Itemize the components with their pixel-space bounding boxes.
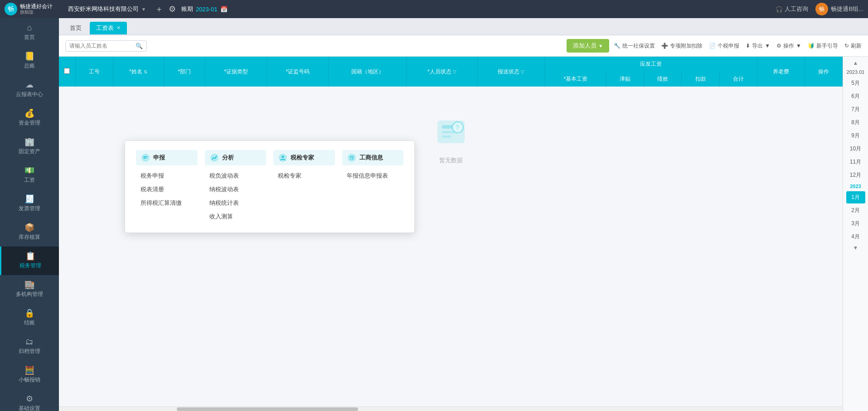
horizontal-scrollbar[interactable] [59,406,843,411]
calendar-year-2023: 2023 [850,182,861,191]
dm-income-calc[interactable]: 收入测算 [205,210,267,223]
add-person-arrow-icon: ▼ [598,44,603,48]
avatar: 畅 [815,3,828,15]
fund-icon: 💰 [24,109,34,117]
app-subtitle: 旗舰版 [20,10,53,15]
refresh-btn[interactable]: ↻ 刷新 [844,42,862,50]
tab-home[interactable]: 首页 [63,22,88,34]
home-icon: ⌂ [27,24,32,32]
sidebar-item-cloud-report[interactable]: ☁ 云报表中心 [0,75,59,104]
scrollbar-thumb[interactable] [177,407,358,411]
dm-section-declaration: 申报 税务申报 税表清册 所得税汇算清缴 [132,150,201,223]
search-input[interactable] [69,43,133,49]
tax-report-btn[interactable]: 📄 个税申报 [709,42,739,50]
cal-month-7[interactable]: 7月 [846,103,865,116]
dm-tax-report[interactable]: 税务申报 [136,169,198,183]
export-btn[interactable]: ⬇ 导出 ▼ [746,42,770,50]
dm-tax-list[interactable]: 税表清册 [136,183,198,196]
cal-month-3[interactable]: 3月 [846,218,865,230]
analysis-icon [209,153,219,163]
search-input-wrap[interactable]: 🔍 [65,40,147,52]
sidebar-item-archive[interactable]: 🗂 归档管理 [0,332,59,361]
operations-btn[interactable]: ⚙ 操作 ▼ [776,42,801,50]
th-person-status[interactable]: *人员状态 ▽ [407,57,478,87]
dm-section-biz-info: 工商信息 年报信息申报表 [339,150,407,223]
cal-month-4[interactable]: 4月 [846,231,865,243]
sidebar-item-tax[interactable]: 📋 税务管理 [0,247,59,275]
sidebar-item-ledger[interactable]: 📒 总账 [0,47,59,75]
cal-month-5[interactable]: 5月 [846,77,865,89]
sidebar-item-label: 资金管理 [19,119,40,127]
tax-expert-title: 税检专家 [291,154,314,162]
tax-icon: 📋 [25,252,35,260]
dm-income-tax-clear[interactable]: 所得税汇算清缴 [136,196,198,210]
dm-annual-report[interactable]: 年报信息申报表 [342,169,404,183]
sidebar-item-inventory[interactable]: 📦 库存核算 [0,218,59,247]
settings-icon[interactable]: ⚙ [169,4,176,14]
guide-icon: 🔰 [808,43,815,49]
sidebar-item-label: 小畅报销 [19,376,40,384]
dm-tax-payment[interactable]: 纳税波动表 [205,183,267,196]
table-wrap[interactable]: 工号 *姓名 ⇅ *部门 *证据类型 *证监号码 [59,57,843,406]
cal-month-11[interactable]: 11月 [846,156,865,168]
calendar-icon[interactable]: 📅 [220,6,228,13]
sidebar-item-home[interactable]: ⌂ 首页 [0,18,59,47]
cal-month-8[interactable]: 8月 [846,116,865,129]
special-deduction-btn[interactable]: ➕ 专项附加扣除 [661,42,703,50]
sidebar-item-label: 首页 [24,34,35,41]
cal-month-2[interactable]: 2月 [846,204,865,217]
logo-text: 畅捷通好会计 旗舰版 [20,3,53,15]
th-name[interactable]: *姓名 ⇅ [113,57,164,87]
add-icon[interactable]: ＋ [155,4,163,15]
calendar-nav-down[interactable]: ▼ [851,243,860,252]
tab-bar: 首页 工资表 ✕ [59,18,868,35]
archive-icon: 🗂 [25,338,34,346]
th-deduction: 扣款 [682,72,719,87]
th-cert-type: *证据类型 [205,57,267,87]
company-selector[interactable]: 西安虾米网络科技有限公司 ▼ [68,5,146,13]
dm-section-declaration-title: 申报 [136,150,198,165]
ops-arrow-icon: ▼ [796,43,801,49]
dm-section-tax-expert: 税检专家 税检专家 [270,150,339,223]
select-all-checkbox[interactable] [64,68,70,74]
dm-section-analysis: 分析 税负波动表 纳税波动表 纳税统计表 收入测算 [201,150,270,223]
sidebar-item-label: 工资 [24,176,35,184]
sidebar-item-invoice[interactable]: 🧾 发票管理 [0,189,59,218]
empty-text: 暂无数据 [439,156,463,164]
sidebar-item-basic[interactable]: ⚙ 基础设置 [0,389,59,411]
th-report-status[interactable]: 报送状态 ▽ [477,57,544,87]
sidebar-item-label: 云报表中心 [16,91,43,98]
add-person-button[interactable]: 添加人员 ▼ [567,39,609,53]
expense-icon: 🧮 [24,366,34,374]
refresh-icon: ↻ [844,43,849,49]
th-country: 国籍（地区） [329,57,407,87]
dm-expert[interactable]: 税检专家 [273,169,335,183]
calendar-nav-up[interactable]: ▲ [851,58,860,68]
sidebar-item-payroll[interactable]: 💵 工资 [0,161,59,189]
th-checkbox[interactable] [59,57,75,87]
tab-payroll[interactable]: 工资表 ✕ [90,22,127,34]
cal-month-1[interactable]: 1月 [846,191,865,203]
sidebar-item-assets[interactable]: 🏢 固定资产 [0,132,59,161]
sidebar-item-xiao-chang[interactable]: 🧮 小畅报销 [0,361,59,389]
logo-icon: 畅 [5,3,17,15]
cal-month-10[interactable]: 10月 [846,143,865,155]
special-deduction-icon: ➕ [661,43,668,49]
cal-month-12[interactable]: 12月 [846,169,865,181]
dm-tax-burden[interactable]: 税负波动表 [205,169,267,183]
tab-close-icon[interactable]: ✕ [116,25,121,31]
user-area[interactable]: 畅 畅捷通B组... [815,3,863,15]
social-insurance-btn[interactable]: 🔧 统一社保设置 [614,42,655,50]
cal-month-9[interactable]: 9月 [846,130,865,142]
dm-tax-stats[interactable]: 纳税统计表 [205,196,267,210]
sidebar-item-close[interactable]: 🔒 结账 [0,304,59,332]
support-btn[interactable]: 🎧 人工咨询 [776,5,808,13]
report-status-filter-icon: ▽ [521,69,524,74]
cal-month-6[interactable]: 6月 [846,90,865,102]
th-emp-no: 工号 [75,57,113,87]
main-layout: ⌂ 首页 📒 总账 ☁ 云报表中心 💰 资金管理 🏢 固定资产 💵 工资 🧾 发… [0,18,868,411]
sidebar-item-fund[interactable]: 💰 资金管理 [0,104,59,132]
sidebar-item-multi-org[interactable]: 🏬 多机构管理 [0,275,59,304]
guide-btn[interactable]: 🔰 新手引导 [808,42,838,50]
dropdown-menu-inner: 申报 税务申报 税表清册 所得税汇算清缴 [125,145,414,228]
